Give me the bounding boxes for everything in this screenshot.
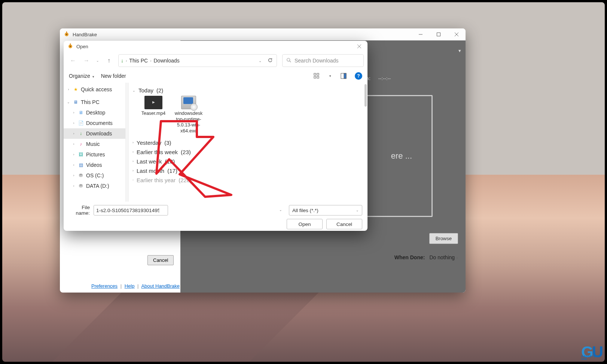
drive-icon: ⛃ — [78, 183, 84, 189]
file-teaser-mp4[interactable]: ▶ Teaser.mp4 — [139, 96, 168, 134]
tree-scrollbar[interactable] — [126, 83, 129, 202]
nav-tree: ›★Quick access ⌄🖥This PC ›🖥Desktop ›📄Doc… — [64, 83, 126, 202]
pc-icon: 🖥 — [73, 100, 79, 105]
new-folder-button[interactable]: New folder — [101, 73, 126, 79]
download-icon: ↓ — [121, 58, 123, 64]
group-today[interactable]: ⌄Today(2) — [132, 85, 364, 94]
refresh-button[interactable] — [266, 58, 274, 64]
nav-up-button[interactable]: ↑ — [103, 55, 115, 66]
tree-pictures[interactable]: ›🖼Pictures — [64, 149, 125, 160]
footer-links: Preferences | Help | About HandBrake — [91, 283, 180, 289]
tree-this-pc[interactable]: ⌄🖥This PC — [64, 97, 125, 107]
preview-pane-button[interactable] — [339, 71, 348, 80]
breadcrumb-downloads[interactable]: Downloads — [153, 58, 179, 64]
svg-rect-16 — [314, 76, 316, 78]
installer-icon — [181, 96, 196, 109]
file-list[interactable]: ⌄Today(2) ▶ Teaser.mp4 windowsdesktop-ru… — [129, 83, 367, 202]
drive-icon: ⛃ — [78, 173, 84, 178]
address-bar[interactable]: ↓ › This PC › Downloads ⌄ — [118, 54, 277, 67]
chevron-right-icon: › — [150, 59, 151, 63]
open-button[interactable]: Open — [287, 219, 323, 229]
svg-point-2 — [66, 34, 67, 35]
group-last-month[interactable]: ›Last month(17) — [132, 165, 364, 175]
search-placeholder: Search Downloads — [295, 58, 339, 64]
star-icon: ★ — [73, 87, 79, 92]
filename-label: File name: — [67, 205, 90, 216]
tree-documents[interactable]: ›📄Documents — [64, 118, 125, 128]
open-file-dialog: Open ← → ⌄ ↑ ↓ › This PC › Downloads ⌄ S… — [64, 41, 367, 231]
duration-value: --:--:-- — [378, 76, 391, 81]
group-earlier-this-year[interactable]: ›Earlier this year(228) — [132, 175, 364, 184]
desktop-icon: 🖥 — [78, 110, 84, 115]
help-link[interactable]: Help — [125, 283, 135, 289]
svg-rect-8 — [70, 43, 71, 45]
tree-quick-access[interactable]: ›★Quick access — [64, 84, 125, 95]
titlebar: HandBrake — [60, 28, 466, 40]
svg-point-9 — [70, 46, 71, 47]
nav-recent-dropdown[interactable]: ⌄ — [94, 55, 101, 66]
tree-desktop[interactable]: ›🖥Desktop — [64, 107, 125, 118]
svg-rect-15 — [317, 73, 319, 75]
music-icon: ♪ — [78, 141, 84, 147]
top-right-dropdown[interactable]: ▾ — [458, 48, 461, 53]
pictures-icon: 🖼 — [78, 152, 84, 157]
file-scrollbar[interactable] — [364, 84, 367, 107]
svg-point-12 — [287, 58, 290, 61]
tree-os-c[interactable]: ›⛃OS (C:) — [64, 170, 125, 181]
group-yesterday[interactable]: ›Yesterday(3) — [132, 137, 364, 147]
search-input[interactable]: Search Downloads — [282, 54, 364, 67]
dialog-bottom-bar: File name: ⌄ All files (*.*)⌄ Open Cance… — [64, 202, 367, 231]
svg-rect-17 — [317, 76, 319, 78]
videos-icon: ▤ — [78, 162, 84, 168]
when-done-select[interactable]: Do nothing ▾ — [429, 254, 458, 260]
address-dropdown[interactable]: ⌄ — [256, 59, 264, 63]
help-button[interactable]: ? — [355, 72, 362, 80]
close-button[interactable] — [448, 28, 466, 40]
svg-line-13 — [290, 61, 291, 62]
filename-input[interactable] — [94, 205, 168, 215]
handbrake-icon — [67, 43, 73, 49]
tree-data-d[interactable]: ›⛃DATA (D:) — [64, 181, 125, 191]
window-title: HandBrake — [73, 32, 97, 37]
maximize-button[interactable] — [430, 28, 448, 40]
breadcrumb-this-pc[interactable]: This PC — [129, 58, 148, 64]
organize-button[interactable]: Organize ▾ — [69, 73, 94, 79]
documents-icon: 📄 — [78, 120, 84, 126]
search-icon — [286, 58, 292, 64]
tree-videos[interactable]: ›▤Videos — [64, 160, 125, 170]
svg-rect-1 — [66, 31, 67, 33]
minimize-button[interactable] — [412, 28, 430, 40]
tree-music[interactable]: ›♪Music — [64, 139, 125, 149]
video-thumb-icon: ▶ — [144, 96, 162, 109]
tree-downloads[interactable]: ›↓Downloads — [64, 128, 125, 139]
svg-rect-19 — [344, 73, 346, 79]
when-done-label: When Done: — [394, 254, 425, 260]
group-earlier-this-week[interactable]: ›Earlier this week(23) — [132, 147, 364, 156]
handbrake-icon — [64, 31, 70, 37]
view-layout-button[interactable] — [312, 71, 321, 80]
chevron-right-icon: › — [126, 59, 127, 63]
file-filter-select[interactable]: All files (*.*)⌄ — [289, 205, 362, 215]
nav-row: ← → ⌄ ↑ ↓ › This PC › Downloads ⌄ Search… — [64, 52, 367, 69]
dialog-titlebar: Open — [64, 41, 367, 52]
source-cancel-button[interactable]: Cancel — [147, 255, 174, 265]
watermark: GU GADGETS TO USE — [581, 343, 603, 361]
about-link[interactable]: About HandBrake — [141, 283, 180, 289]
preferences-link[interactable]: Preferences — [91, 283, 118, 289]
download-icon: ↓ — [78, 131, 84, 136]
cancel-button[interactable]: Cancel — [326, 219, 362, 229]
dialog-title: Open — [76, 44, 88, 49]
svg-rect-14 — [314, 73, 316, 75]
toolbar: Organize ▾ New folder ▾ ? — [64, 69, 367, 83]
filename-dropdown[interactable]: ⌄ — [279, 208, 282, 212]
browse-button[interactable]: Browse — [429, 233, 458, 244]
dialog-close-button[interactable] — [351, 41, 367, 52]
when-done-row: When Done: Do nothing ▾ — [394, 254, 458, 260]
group-last-week[interactable]: ›Last week(13) — [132, 156, 364, 165]
svg-rect-4 — [437, 33, 440, 36]
nav-forward-button[interactable]: → — [81, 55, 92, 66]
file-windows-runtime-exe[interactable]: windowsdesktop-runtime-5.0.13-win-x64.ex… — [174, 96, 203, 134]
view-dropdown[interactable]: ▾ — [328, 71, 332, 80]
nav-back-button[interactable]: ← — [67, 55, 79, 66]
